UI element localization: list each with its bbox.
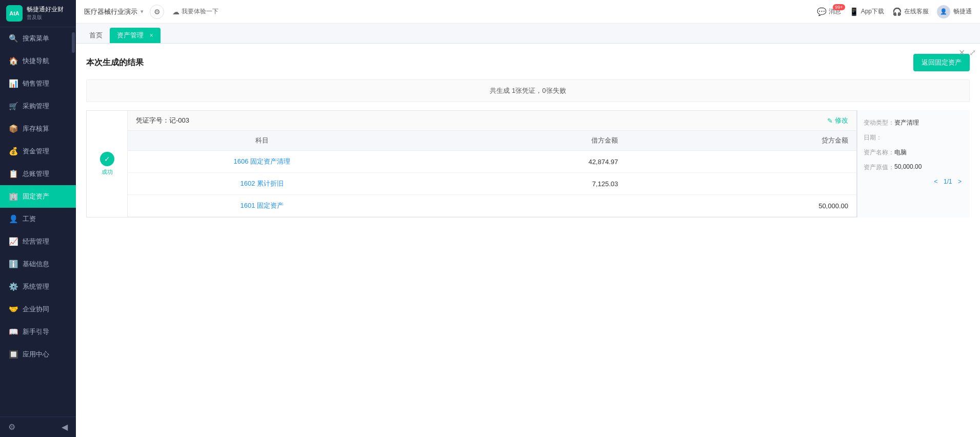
sidebar-footer: ⚙ ◀ xyxy=(0,416,76,437)
book-icon: 📖 xyxy=(8,327,18,337)
top-header: 医疗器械行业演示 ▾ ⚙ ☁ 我要体验一下 💬 消息 99+ 📱 App下载 🎧… xyxy=(76,0,980,24)
sidebar-item-app-center[interactable]: 🔲 应用中心 xyxy=(0,343,76,366)
sidebar-item-inventory[interactable]: 📦 库存核算 xyxy=(0,117,76,140)
success-label: 成功 xyxy=(102,168,113,176)
user-action[interactable]: 👤 畅捷通 xyxy=(937,5,972,18)
voucher-table: 科目 借方金额 贷方金额 1606 固定资产清理 42,874.97 xyxy=(128,131,856,217)
gear-icon: ⚙️ xyxy=(8,282,18,292)
sidebar-item-fixed-assets[interactable]: 🏢 固定资产 xyxy=(0,185,76,208)
sidebar-item-ledger[interactable]: 📋 总账管理 xyxy=(0,163,76,185)
tab-home[interactable]: 首页 xyxy=(84,28,108,43)
sidebar-item-capital[interactable]: 💰 资金管理 xyxy=(0,140,76,163)
voucher-area: ✓ 成功 凭证字号：记-003 ✎ 修改 xyxy=(86,110,970,217)
side-panel-pagination: < 1/1 > xyxy=(864,178,964,185)
tab-bar: 首页 资产管理 × xyxy=(76,24,980,44)
sidebar-item-operations[interactable]: 📈 经营管理 xyxy=(0,230,76,253)
side-panel-row-name: 资产名称： 电脑 xyxy=(864,148,964,157)
info-icon: ℹ️ xyxy=(8,259,18,269)
handshake-icon: 🤝 xyxy=(8,304,18,314)
sidebar-item-guide[interactable]: 📖 新手引导 xyxy=(0,321,76,343)
header-right: 💬 消息 99+ 📱 App下载 🎧 在线客服 👤 畅捷通 xyxy=(817,5,972,18)
page-header: 本次生成的结果 返回固定资产 xyxy=(86,54,970,71)
success-icon: ✓ xyxy=(100,152,114,166)
sidebar-item-purchase[interactable]: 🛒 采购管理 xyxy=(0,95,76,117)
chart-icon: 📊 xyxy=(8,78,18,89)
messages-badge: 99+ xyxy=(833,4,845,10)
voucher-header: 凭证字号：记-003 ✎ 修改 xyxy=(128,111,856,131)
subject-link-1602[interactable]: 1602 累计折旧 xyxy=(240,180,284,187)
app-logo-icon: AtA xyxy=(6,5,23,22)
grid-icon: 🔲 xyxy=(8,349,18,360)
col-header-debit: 借方金额 xyxy=(396,131,627,151)
close-panel-button[interactable]: ✕ xyxy=(958,48,965,57)
sidebar: AtA 畅捷通好业财 普及版 🔍 搜索菜单 🏠 快捷导航 📊 销售管理 🛒 采购… xyxy=(0,0,76,437)
success-status: ✓ 成功 xyxy=(100,152,114,176)
panel-controls: ✕ ⤢ xyxy=(958,48,976,57)
credit-cell-1601: 50,000.00 xyxy=(626,195,856,217)
voucher-container: ✓ 成功 凭证字号：记-003 ✎ 修改 xyxy=(86,110,857,217)
col-header-credit: 贷方金额 xyxy=(626,131,856,151)
avatar: 👤 xyxy=(937,5,950,18)
next-page-icon[interactable]: > xyxy=(958,178,962,185)
search-icon: 🔍 xyxy=(8,33,18,44)
page-title: 本次生成的结果 xyxy=(86,57,144,68)
debit-cell-1601 xyxy=(396,195,627,217)
tab-close-icon[interactable]: × xyxy=(150,32,153,39)
sidebar-logo: AtA 畅捷通好业财 普及版 xyxy=(0,0,76,27)
cloud-icon: ☁ xyxy=(172,8,179,16)
home-icon: 🏠 xyxy=(8,56,18,66)
voucher-table-wrapper: 凭证字号：记-003 ✎ 修改 科目 借方金额 贷方金额 xyxy=(128,111,856,217)
side-panel-row-original-value: 资产原值： 50,000.00 xyxy=(864,163,964,172)
app-download-action[interactable]: 📱 App下载 xyxy=(849,7,884,16)
header-left: 医疗器械行业演示 ▾ ⚙ ☁ 我要体验一下 xyxy=(84,5,817,19)
debit-cell-1602: 7,125.03 xyxy=(396,173,627,195)
app-logo-text: 畅捷通好业财 普及版 xyxy=(27,6,64,21)
prev-page-icon[interactable]: < xyxy=(934,178,938,185)
col-header-subject: 科目 xyxy=(128,131,396,151)
settings-footer-icon[interactable]: ⚙ xyxy=(8,422,15,432)
sidebar-item-system[interactable]: ⚙️ 系统管理 xyxy=(0,275,76,298)
table-row: 1606 固定资产清理 42,874.97 xyxy=(128,151,856,173)
expand-panel-button[interactable]: ⤢ xyxy=(969,48,976,57)
sidebar-item-payroll[interactable]: 👤 工资 xyxy=(0,208,76,230)
subject-link-1606[interactable]: 1606 固定资产清理 xyxy=(233,157,290,165)
sidebar-scroll: 🔍 搜索菜单 🏠 快捷导航 📊 销售管理 🛒 采购管理 📦 库存核算 💰 xyxy=(0,27,76,416)
user-icon: 👤 xyxy=(8,214,18,224)
company-selector[interactable]: 医疗器械行业演示 ▾ xyxy=(84,7,144,16)
side-panel-row-date: 日期： xyxy=(864,133,964,142)
debit-cell-1606: 42,874.97 xyxy=(396,151,627,173)
customer-service-action[interactable]: 🎧 在线客服 xyxy=(892,7,929,16)
messages-action[interactable]: 💬 消息 99+ xyxy=(817,7,841,16)
tab-asset-management[interactable]: 资产管理 × xyxy=(110,28,161,43)
table-row: 1601 固定资产 50,000.00 xyxy=(128,195,856,217)
message-icon: 💬 xyxy=(817,7,827,16)
box-icon: 📦 xyxy=(8,124,18,134)
edit-voucher-button[interactable]: ✎ 修改 xyxy=(827,116,848,125)
sidebar-item-quick-nav[interactable]: 🏠 快捷导航 xyxy=(0,50,76,72)
money-icon: 💰 xyxy=(8,146,18,156)
credit-cell-1602 xyxy=(626,173,856,195)
download-icon: 📱 xyxy=(849,7,859,16)
page-indicator: 1/1 xyxy=(944,178,952,185)
content-area: ✕ ⤢ 本次生成的结果 返回固定资产 共生成 1张凭证，0张失败 ✓ 成功 xyxy=(76,44,980,437)
table-row: 1602 累计折旧 7,125.03 xyxy=(128,173,856,195)
voucher-number: 凭证字号：记-003 xyxy=(136,116,189,125)
sidebar-item-enterprise[interactable]: 🤝 企业协同 xyxy=(0,298,76,321)
headset-icon: 🎧 xyxy=(892,7,902,16)
edit-icon: ✎ xyxy=(827,117,833,125)
experience-button[interactable]: ☁ 我要体验一下 xyxy=(172,7,218,16)
ledger-icon: 📋 xyxy=(8,169,18,179)
sidebar-item-basic-info[interactable]: ℹ️ 基础信息 xyxy=(0,253,76,275)
subject-link-1601[interactable]: 1601 固定资产 xyxy=(240,202,284,209)
cart-icon: 🛒 xyxy=(8,101,18,111)
trending-icon: 📈 xyxy=(8,236,18,247)
building-icon: 🏢 xyxy=(8,191,18,202)
credit-cell-1606 xyxy=(626,151,856,173)
sidebar-item-search[interactable]: 🔍 搜索菜单 xyxy=(0,27,76,50)
collapse-icon[interactable]: ◀ xyxy=(62,422,68,432)
summary-bar: 共生成 1张凭证，0张失败 xyxy=(86,80,970,102)
header-settings-icon[interactable]: ⚙ xyxy=(150,5,164,19)
side-panel: 变动类型： 资产清理 日期： 资产名称： 电脑 资产原值： 50,000.00 … xyxy=(857,110,970,217)
voucher-status-column: ✓ 成功 xyxy=(87,111,128,217)
sidebar-item-sales[interactable]: 📊 销售管理 xyxy=(0,72,76,95)
